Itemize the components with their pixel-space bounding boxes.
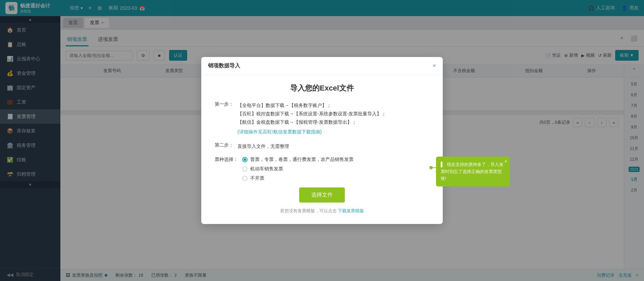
step1: 第一步： 【全电平台】数据下载→【税务数字账户】； 【百旺】税控盘数据下载→【系… — [215, 101, 429, 136]
download-template-link[interactable]: 下载发票模版 — [338, 208, 364, 213]
modal-header: 销项数据导入 × — [201, 57, 443, 75]
modal-overlay: 销项数据导入 × 导入您的Excel文件 第一步： 【全电平台】数据下载→【税务… — [0, 0, 644, 281]
radio-dot-3 — [242, 176, 248, 181]
step1-label: 第一步： — [215, 101, 233, 107]
tooltip-connector-line — [429, 167, 436, 168]
step2-label: 第二步： — [215, 142, 233, 148]
tooltip-bubble: × ▌ 现在支持的票种多了，导入发票时别忘了选择正确的发票类型呀! — [436, 157, 510, 186]
radio-dot-2 — [242, 166, 248, 172]
radio-item-2[interactable]: 机动车销售发票 — [242, 166, 354, 172]
modal-dialog: 销项数据导入 × 导入您的Excel文件 第一步： 【全电平台】数据下载→【税务… — [201, 57, 443, 224]
tooltip-close-button[interactable]: × — [504, 159, 507, 164]
radio-item-1[interactable]: 普票，专票，卷票，通行费发票，农产品销售发票 — [242, 157, 354, 163]
guide-link[interactable]: (详细操作见百旺/航信发票数据下载指南) — [237, 129, 322, 134]
modal-title: 销项数据导入 — [208, 62, 240, 69]
select-file-button[interactable]: 选择文件 — [299, 187, 345, 203]
modal-footer: 若您没有发票模版，可以点击 下载发票模版 — [215, 208, 429, 214]
ticket-choice: 票种选择： 普票，专票，卷票，通行费发票，农产品销售发票 机动车销售发票 不开票 — [215, 157, 429, 181]
radio-dot-1 — [242, 157, 248, 162]
step2-content: 直接导入文件，无需整理 — [237, 142, 289, 151]
select-file-area: 选择文件 — [215, 187, 429, 203]
modal-body: 导入您的Excel文件 第一步： 【全电平台】数据下载→【税务数字账户】； 【百… — [201, 75, 443, 224]
radio-group: 普票，专票，卷票，通行费发票，农产品销售发票 机动车销售发票 不开票 — [242, 157, 354, 181]
modal-close-button[interactable]: × — [432, 62, 436, 69]
radio-item-3[interactable]: 不开票 — [242, 175, 354, 181]
step2: 第二步： 直接导入文件，无需整理 — [215, 142, 429, 151]
tooltip-text: ▌ 现在支持的票种多了，导入发票时别忘了选择正确的发票类型呀! — [441, 162, 503, 181]
step1-content: 【全电平台】数据下载→【税务数字账户】； 【百旺】税控盘数据下载→【系统设置-系… — [237, 101, 386, 136]
modal-main-title: 导入您的Excel文件 — [215, 83, 429, 93]
ticket-label: 票种选择： — [215, 157, 238, 163]
